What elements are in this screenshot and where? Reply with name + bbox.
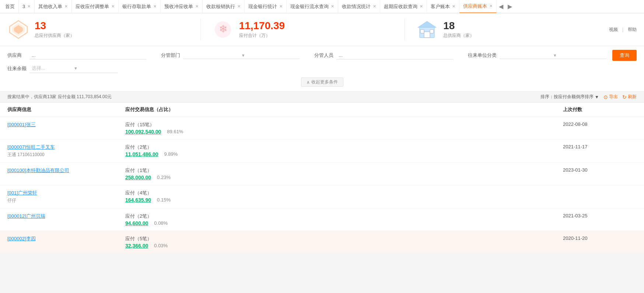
sort-button[interactable]: 排序：按应付余额倒序排序 ▼: [540, 94, 599, 100]
close-receipt-exec[interactable]: ✕: [237, 4, 241, 9]
links-sep: |: [622, 27, 623, 32]
close-cash-bank-flow[interactable]: ✕: [331, 4, 334, 9]
close-bank-deposit[interactable]: ✕: [153, 4, 157, 9]
nav-supplier-ledger[interactable]: 供应商账本 ✕: [459, 0, 497, 13]
export-icon: ⊙: [603, 94, 608, 100]
nav-receipt-exec[interactable]: 收款核销执行 ✕: [203, 0, 245, 13]
nav-ar-ap-adjust[interactable]: 应收应付调整单 ✕: [72, 0, 119, 13]
supplier-input[interactable]: [29, 51, 146, 59]
collapse-row: ∧ 收起更多条件: [7, 76, 637, 89]
result-bar-right: 排序：按应付余额倒序排序 ▼ ⊙ 导出 ↻ 刷新: [540, 94, 637, 100]
table-row: [000100]本特勤油品有限公司 应付（1笔） 258,000.00 0.23…: [0, 163, 644, 185]
dept-label: 分管部门: [161, 52, 180, 59]
query-button[interactable]: 查询: [612, 50, 637, 61]
supplier-sub-000007: 王通 17106110000: [7, 152, 125, 158]
supplier-link-000007[interactable]: [000007]恒旺二手叉车: [7, 144, 125, 151]
tx-row-000100: 258,000.00 0.23%: [125, 174, 563, 180]
chevron-up-icon: ∧: [307, 80, 310, 85]
close-cash-bank-stat[interactable]: ✕: [279, 4, 283, 9]
supplier-col-000007: [000007]恒旺二手叉车 王通 17106110000: [7, 144, 125, 158]
person-input[interactable]: [336, 51, 453, 59]
close-customer-ledger[interactable]: ✕: [452, 4, 455, 9]
tx-pct-001: 0.15%: [157, 197, 171, 203]
tx-amount-000100[interactable]: 258,000.00: [125, 175, 151, 180]
nav-receipt-stat[interactable]: 收款情况统计 ✕: [338, 0, 380, 13]
close-receipt-stat[interactable]: ✕: [373, 4, 376, 9]
filter-balance: 往来余额 选择... ▼: [7, 64, 118, 73]
nav-bank-deposit[interactable]: 银行存取款单 ✕: [119, 0, 161, 13]
table-row: [000012]广州贝瑞 应付（2笔） 94,600.00 0.08% 2021…: [0, 208, 644, 231]
supplier-col-000012: [000012]广州贝瑞: [7, 213, 125, 220]
tx-amount-000007[interactable]: 11,051,486.00: [125, 151, 158, 157]
tx-label-000001: 应付（15笔）: [125, 121, 563, 128]
close-supplier-ledger[interactable]: ✕: [489, 4, 493, 8]
nav-cash-bank-flow[interactable]: 现金银行流水查询 ✕: [287, 0, 338, 13]
nav-left-arrow[interactable]: ◀: [497, 0, 505, 13]
table-row: [001]广州荣轩 仔仔 应付（4笔） 164,635.90 0.15%: [0, 185, 644, 208]
help-link[interactable]: 帮助: [628, 27, 637, 33]
last-pay-col-000002: 2020-11-20: [563, 235, 637, 241]
result-summary: 搜索结果中，供应商13家 应付金额 111,703,854.00元: [7, 94, 112, 100]
header-supplier: 供应商信息: [7, 106, 125, 113]
tx-label-001: 应付（4笔）: [125, 190, 563, 196]
filter-person: 分管人员: [314, 51, 453, 59]
nav-prepay-offset[interactable]: 预收冲应收单 ✕: [161, 0, 203, 13]
table-row: [000001]张三 应付（15笔） 100,092,540.00 89.61%…: [0, 117, 644, 139]
balance-select[interactable]: 选择... ▼: [29, 64, 118, 73]
nav-bar: 首页 3 ✕ 其他收入单 ✕ 应收应付调整单 ✕ 银行存取款单 ✕ 预收冲应收单…: [0, 0, 644, 13]
tx-label-000100: 应付（1笔）: [125, 167, 563, 174]
tx-amount-001[interactable]: 164,635.90: [125, 197, 151, 203]
amount-number: 11,170.39: [239, 20, 285, 32]
svg-rect-8: [420, 30, 424, 33]
supplier-link-000012[interactable]: [000012]广州贝瑞: [7, 213, 125, 220]
supplier-link-000001[interactable]: [000001]张三: [7, 121, 125, 128]
last-pay-col-000001: 2022-08-08: [563, 121, 637, 127]
tx-pct-000012: 0.08%: [154, 220, 168, 226]
close-other-income[interactable]: ✕: [64, 4, 68, 9]
tx-amount-000012[interactable]: 94,600.00: [125, 220, 148, 226]
refresh-button[interactable]: ↻ 刷新: [622, 94, 637, 100]
nav-other-income[interactable]: 其他收入单 ✕: [35, 0, 72, 13]
total-suppliers-number: 18: [443, 20, 474, 32]
unit-class-select[interactable]: ▼: [500, 52, 607, 59]
tx-amount-000001[interactable]: 100,092,540.00: [125, 129, 161, 135]
tx-label-000002: 应付（5笔）: [125, 235, 563, 242]
transaction-col-000002: 应付（5笔） 32,366.00 0.03%: [125, 235, 563, 249]
nav-right-arrow[interactable]: ▶: [505, 0, 514, 13]
last-pay-col-000100: 2023-01-30: [563, 167, 637, 173]
filter-area: 供应商 分管部门 ▼ 分管人员 往来单位分类 ▼: [0, 46, 644, 92]
tx-label-000012: 应付（2笔）: [125, 213, 563, 220]
transaction-col-000012: 应付（2笔） 94,600.00 0.08%: [125, 213, 563, 226]
nav-overdue-ar[interactable]: 超期应收款查询 ✕: [380, 0, 427, 13]
last-pay-date-000001: 2022-08-08: [563, 121, 588, 127]
close-prepay-offset[interactable]: ✕: [195, 4, 199, 9]
filter-row-1: 供应商 分管部门 ▼ 分管人员 往来单位分类 ▼: [7, 50, 637, 61]
supplier-link-001[interactable]: [001]广州荣轩: [7, 190, 125, 196]
supplier-link-000100[interactable]: [000100]本特勤油品有限公司: [7, 167, 125, 174]
export-button[interactable]: ⊙ 导出: [603, 94, 618, 100]
nav-home[interactable]: 首页: [1, 0, 19, 13]
tx-row-000012: 94,600.00 0.08%: [125, 220, 563, 226]
video-link[interactable]: 视频: [609, 27, 618, 33]
filter-supplier: 供应商: [7, 51, 146, 59]
supplier-link-000002[interactable]: [000002]李四: [7, 235, 125, 242]
nav-cash-bank-stat[interactable]: 现金银行统计 ✕: [245, 0, 287, 13]
last-pay-col-000007: 2021-11-17: [563, 144, 637, 149]
stat-text-total-suppliers: 18 总供应商（家）: [443, 20, 474, 39]
dept-select[interactable]: ▼: [183, 52, 300, 59]
tx-row-000002: 32,366.00 0.03%: [125, 242, 563, 249]
close-ar-ap-adjust[interactable]: ✕: [111, 4, 115, 9]
amount-label: 应付合计（万）: [239, 32, 285, 39]
close-tab3[interactable]: ✕: [27, 4, 31, 9]
svg-rect-9: [430, 30, 434, 33]
balance-arrow-icon: ▼: [74, 66, 116, 70]
unit-class-arrow-icon: ▼: [553, 53, 604, 58]
transaction-col-001: 应付（4笔） 164,635.90 0.15%: [125, 190, 563, 203]
tx-amount-000002[interactable]: 32,366.00: [125, 243, 148, 249]
svg-rect-7: [424, 32, 430, 38]
stat-text-payable-suppliers: 13 总应付供应商（家）: [35, 20, 74, 39]
collapse-button[interactable]: ∧ 收起更多条件: [301, 77, 343, 87]
nav-customer-ledger[interactable]: 客户账本 ✕: [427, 0, 459, 13]
nav-tab3[interactable]: 3 ✕: [19, 0, 35, 13]
close-overdue-ar[interactable]: ✕: [420, 4, 423, 9]
